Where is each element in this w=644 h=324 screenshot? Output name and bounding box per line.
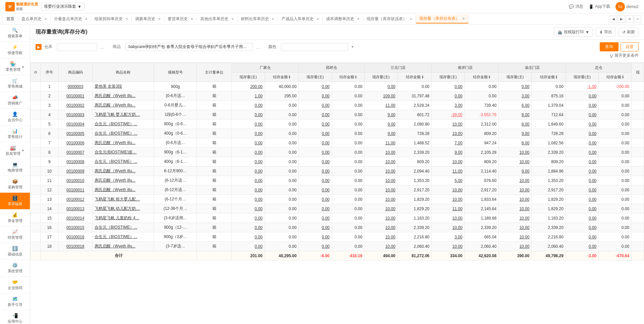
sidebar-item-enterprise[interactable]: 🤝 企业协同 [0, 277, 30, 293]
close-icon[interactable]: ✕ [44, 17, 47, 21]
gear-icon[interactable]: ⚙ [34, 70, 37, 74]
sidebar-item-guide[interactable]: 🗺️ 新手引导 [0, 293, 30, 310]
refresh-btn[interactable]: ↺ 刷新 [619, 28, 639, 37]
product-code[interactable]: 00100005 [58, 129, 92, 138]
product-code[interactable]: 00100012 [58, 195, 92, 204]
product-input[interactable] [125, 43, 253, 51]
product-code[interactable]: 00100015 [58, 223, 92, 232]
tab-home[interactable]: 首页 [3, 15, 18, 23]
product-name[interactable]: 飞鹤星飞帆 儿童奶粉 4… [92, 214, 154, 223]
product-code[interactable]: 00100013 [58, 204, 92, 214]
tab-material-out[interactable]: 材料出库单历史 ✕ [237, 15, 278, 23]
close-icon[interactable]: ✕ [231, 17, 234, 21]
product-name[interactable]: 惠氏启醒（Wyeth illu... [92, 176, 154, 185]
warehouse-more-btn[interactable]: … [100, 44, 105, 50]
product-code[interactable]: 00100003 [58, 110, 92, 120]
table-container[interactable]: ⚙ 序号 商品编码 商品名称 规格型号 主计量单位 厂家仓 陌村仓 江北门店 南… [30, 63, 644, 324]
tab-combo[interactable]: 组装拆卸单历史 ✕ [91, 15, 132, 23]
nav-close-btn[interactable]: ✕ [626, 15, 633, 23]
expand-toggle[interactable]: ▶ [36, 44, 42, 50]
tab-product-in[interactable]: 产成品入库单历史 ✕ [278, 15, 323, 23]
product-name[interactable]: 惠氏启醒（Wyeth illu... [92, 242, 154, 251]
sidebar-item-marketing[interactable]: 📣 营销推广 [0, 92, 30, 109]
product-name[interactable]: 合生元（BIOSTIME）... [92, 157, 154, 167]
product-code[interactable]: 00100010 [58, 176, 92, 185]
product-code[interactable]: 00100014 [58, 214, 92, 223]
sidebar-item-wholesale[interactable]: 🏭 批发管理 ▼ [0, 142, 30, 159]
tab-stock-status[interactable]: 现存量（库存状况表） ✕ [363, 15, 416, 23]
sidebar-item-ecommerce[interactable]: 💻 电商管理 [0, 159, 30, 176]
close-icon[interactable]: ✕ [191, 17, 193, 21]
sidebar-item-quick-nav[interactable]: ⚡ 快捷导航 [0, 42, 30, 58]
close-icon[interactable]: ✕ [158, 17, 161, 21]
product-name[interactable]: 合生元（BIOSTIME）... [92, 232, 154, 242]
close-icon[interactable]: ✕ [462, 17, 465, 20]
close-icon[interactable]: ✕ [125, 17, 128, 21]
close-icon[interactable]: ✕ [410, 17, 412, 21]
messages-btn[interactable]: 💬 消息 [569, 4, 583, 9]
product-name[interactable]: 飞鹤星飞帆 幼儿配方奶… [92, 204, 154, 214]
tab-cost-adjust[interactable]: 成本调整单历史 ✕ [323, 15, 363, 23]
nav-next-btn[interactable]: ▶ [618, 15, 625, 23]
settings-btn[interactable]: 设置 [621, 42, 639, 51]
sidebar-item-retail-mgmt[interactable]: 🏪 零售管理 ▲ [0, 58, 30, 75]
tab-transfer[interactable]: 调拨单历史 ✕ [132, 15, 164, 23]
product-name[interactable]: 飞鹤星飞帆 婴儿配方奶… [92, 110, 154, 120]
product-name[interactable]: 惠氏启醒（Wyeth illu... [92, 185, 154, 195]
product-name[interactable]: 惠氏启醒（Wyeth illu... [92, 138, 154, 148]
industry-select[interactable]: 母婴行业演示陈套 ▼ [41, 3, 85, 10]
product-code[interactable]: 00100011 [58, 185, 92, 195]
sidebar-item-finance[interactable]: 💰 资金管理 [0, 210, 30, 226]
product-name[interactable]: 惠氏启醒（Wyeth illu... [92, 167, 154, 176]
tab-stock-dist[interactable]: 现存量（库存分布表） ✕ [416, 14, 469, 24]
sidebar-item-system[interactable]: ⚙️ 系统管理 [0, 260, 30, 277]
tab-other-out[interactable]: 其他出库单历史 ✕ [197, 15, 237, 23]
app-download-btn[interactable]: 📱 App下载 [589, 4, 610, 9]
sidebar-item-operations[interactable]: 📈 经营管理 [0, 226, 30, 243]
print-btn[interactable]: 🖨️ 按模版打印 ▼ [554, 28, 593, 37]
product-name[interactable]: 飞鹤星飞帆 较大婴儿配… [92, 195, 154, 204]
sidebar-item-basics[interactable]: ℹ️ 基础信息 [0, 243, 30, 260]
close-icon[interactable]: ✕ [316, 17, 319, 21]
product-more-btn[interactable]: … [256, 44, 260, 50]
sidebar-item-inventory[interactable]: 🗄️ 库存核算 [0, 193, 30, 210]
product-name[interactable]: 合生元(BIOSTIME)派… [92, 148, 154, 157]
close-icon[interactable]: ✕ [272, 17, 274, 21]
close-icon[interactable]: ✕ [357, 17, 360, 21]
product-code[interactable]: 00100002 [58, 101, 92, 110]
sidebar-item-member[interactable]: 👤 会员中心 [0, 109, 30, 126]
nav-expand-btn[interactable]: ⤢ [634, 15, 641, 23]
tab-sub-stock[interactable]: 分量盘点单历史 ✕ [51, 15, 91, 23]
col-gear[interactable]: ⚙ [31, 63, 41, 82]
product-code[interactable]: 00100008 [58, 157, 92, 167]
product-code[interactable]: 00100018 [58, 242, 92, 251]
warehouse-input[interactable] [57, 43, 97, 51]
product-code[interactable]: 00100004 [58, 120, 92, 129]
product-code[interactable]: 00100009 [58, 167, 92, 176]
export-btn[interactable]: ⬇ 导出 [596, 28, 616, 37]
tab-stock-single[interactable]: 盘点单历史 ✕ [18, 15, 51, 23]
product-code[interactable]: 00100016 [58, 232, 92, 242]
product-code[interactable]: 00100001 [58, 91, 92, 101]
sidebar-item-retail-store[interactable]: 🛒 零售商城 [0, 75, 30, 92]
close-icon[interactable]: ✕ [85, 17, 88, 21]
sidebar-item-purchase[interactable]: 📦 采购管理 [0, 176, 30, 193]
product-name[interactable]: 惠氏启醒（Wyeth illu... [92, 101, 154, 110]
expand-conditions-btn[interactable]: ⋁ 展开更多条件 [610, 53, 639, 58]
product-code[interactable]: 0000003 [58, 82, 92, 91]
user-avatar[interactable]: Ea demo2 [615, 2, 639, 11]
product-code[interactable]: 00100006 [58, 138, 92, 148]
product-code[interactable]: 00100007 [58, 148, 92, 157]
color-dropdown-icon[interactable]: ▼ [351, 45, 354, 49]
query-btn[interactable]: 查询 [600, 42, 619, 51]
product-name[interactable]: 合生元（BIOSTIME）... [92, 120, 154, 129]
sidebar-item-search[interactable]: 🔍 搜索英单 [0, 25, 30, 42]
product-name[interactable]: 惠氏启醒（Wyeth illu... [92, 91, 154, 101]
product-name[interactable]: 爱他美 盒装3段 [92, 82, 154, 91]
color-input[interactable] [281, 43, 348, 51]
product-name[interactable]: 合生元（BIOSTIME）... [92, 129, 154, 138]
sidebar-item-apps[interactable]: 📲 应用中心 [0, 310, 30, 324]
tab-order-pick[interactable]: 要货单历史 ✕ [164, 15, 197, 23]
sidebar-item-retail-stats[interactable]: 📊 零售统计 [0, 126, 30, 142]
product-name[interactable]: 合生元（BIOSTIME）... [92, 223, 154, 232]
